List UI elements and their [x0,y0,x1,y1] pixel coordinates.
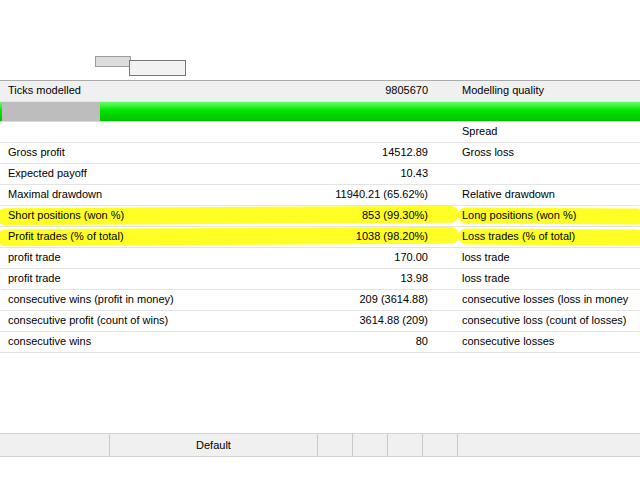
row-label-right: consecutive losses (loss in money [430,290,640,310]
cropped-button-fragment[interactable] [129,60,186,76]
strategy-tester-report: Ticks modelled 9805670 Modelling quality… [0,80,640,353]
status-cell [353,434,388,456]
template-name-cell[interactable]: Default [110,434,318,456]
report-row-consecutive-wins: consecutive wins 80 consecutive losses [0,332,640,353]
row-value: 853 (99.30%) [262,206,430,226]
row-label-right: Long positions (won %) [430,206,640,226]
row-label: profit trade [0,248,262,268]
report-row-consecutive-profit-count: consecutive profit (count of wins) 3614.… [0,311,640,332]
row-label: Maximal drawdown [0,185,262,205]
row-label: Profit trades (% of total) [0,227,262,247]
status-cell [0,434,110,456]
report-row-gross-profit: Gross profit 14512.89 Gross loss [0,143,640,164]
status-bar: Default [0,433,640,457]
row-label: profit trade [0,269,262,289]
row-value: 1038 (98.20%) [262,227,430,247]
report-row-largest-profit-trade: profit trade 170.00 loss trade [0,248,640,269]
row-label: consecutive wins [0,332,262,352]
row-label-right: consecutive loss (count of losses) [430,311,640,331]
row-label-right: consecutive losses [430,332,640,352]
row-label: Gross profit [0,143,262,163]
row-label-right: Gross loss [430,143,640,163]
row-label-right: Spread [430,122,640,142]
status-cell [388,434,423,456]
row-label: Ticks modelled [0,81,262,101]
status-cell [458,434,640,456]
report-row-maximal-drawdown: Maximal drawdown 11940.21 (65.62%) Relat… [0,185,640,206]
row-label-right: Loss trades (% of total) [430,227,640,247]
status-cell [423,434,458,456]
row-value: 9805670 [262,81,430,101]
report-row-expected-payoff: Expected payoff 10.43 [0,164,640,185]
row-label [0,122,262,142]
report-row-ticks-modelled: Ticks modelled 9805670 Modelling quality [0,81,640,102]
row-value: 10.43 [262,164,430,184]
row-label: consecutive profit (count of wins) [0,311,262,331]
row-label-right: loss trade [430,269,640,289]
report-row-consecutive-wins-money: consecutive wins (profit in money) 209 (… [0,290,640,311]
row-value: 209 (3614.88) [262,290,430,310]
row-label-right: loss trade [430,248,640,268]
modelling-quality-bar [0,102,640,122]
row-value: 14512.89 [262,143,430,163]
row-label-right: Modelling quality [430,81,640,101]
row-value: 3614.88 (209) [262,311,430,331]
status-cell [318,434,353,456]
row-label-right [430,164,640,184]
report-row-average-profit-trade: profit trade 13.98 loss trade [0,269,640,290]
report-row-short-positions: Short positions (won %) 853 (99.30%) Lon… [0,206,640,227]
row-value [262,122,430,142]
row-value: 80 [262,332,430,352]
row-value: 170.00 [262,248,430,268]
row-label-right: Relative drawdown [430,185,640,205]
report-row-spread: Spread [0,122,640,143]
report-row-profit-trades: Profit trades (% of total) 1038 (98.20%)… [0,227,640,248]
row-value: 11940.21 (65.62%) [262,185,430,205]
row-label: Expected payoff [0,164,262,184]
row-value: 13.98 [262,269,430,289]
row-label: Short positions (won %) [0,206,262,226]
cropped-control-fragment[interactable] [95,56,131,67]
modelling-quality-gray-segment [2,102,100,121]
row-label: consecutive wins (profit in money) [0,290,262,310]
